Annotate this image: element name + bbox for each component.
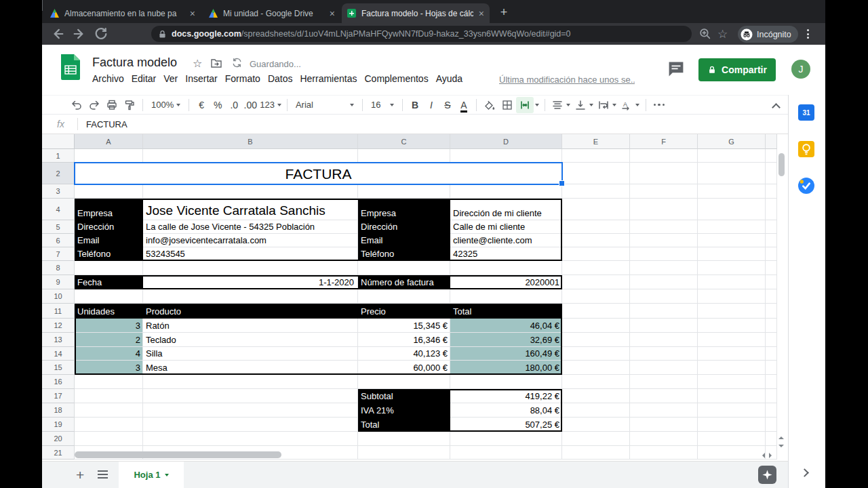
cell-subtotal-value[interactable]: 419,22 €	[450, 389, 562, 403]
cell-client-name[interactable]: Dirección de mi cliente	[450, 199, 561, 220]
google-calendar-icon[interactable]: 31	[798, 104, 814, 121]
cell-product-2[interactable]: Teclado	[143, 333, 358, 347]
increase-decimal-icon[interactable]: .00	[242, 100, 258, 110]
menu-item[interactable]: Ayuda	[436, 73, 462, 84]
cell-client-phone[interactable]: 42325	[450, 247, 561, 261]
row-header-6[interactable]: 6	[42, 234, 75, 247]
cell-units-3[interactable]: 4	[75, 347, 143, 361]
cell-units-2[interactable]: 2	[75, 333, 143, 347]
cell-subtotal-label[interactable]: Subtotal	[358, 389, 450, 403]
cell-date-value[interactable]: 1-1-2020	[143, 275, 357, 289]
cell-units-1[interactable]: 3	[75, 319, 143, 333]
row-header-9[interactable]: 9	[42, 275, 75, 289]
cell-client-address[interactable]: Calle de mi cliente	[450, 220, 561, 234]
row-header-4[interactable]: 4	[42, 199, 75, 220]
back-icon[interactable]	[50, 26, 65, 41]
print-icon[interactable]	[103, 97, 121, 113]
cell-iva-value[interactable]: 88,04 €	[450, 403, 562, 418]
row-header-12[interactable]: 12	[42, 319, 75, 333]
paint-format-icon[interactable]	[121, 97, 138, 113]
expand-panel-icon[interactable]	[802, 466, 808, 479]
column-header-D[interactable]: D	[450, 134, 562, 149]
cell-total-label[interactable]: Total	[358, 418, 450, 432]
browser-menu-icon[interactable]	[807, 29, 822, 44]
italic-icon[interactable]: I	[423, 100, 439, 110]
cell-invoice-label[interactable]: Número de factura	[358, 275, 450, 289]
new-tab-button[interactable]: +	[495, 4, 513, 20]
column-header-F[interactable]: F	[630, 134, 698, 149]
fill-color-icon[interactable]	[481, 97, 498, 113]
horizontal-align-icon[interactable]	[549, 99, 572, 111]
row-header-21[interactable]: 21	[42, 446, 75, 460]
cell-price-2[interactable]: 16,346 €	[358, 333, 450, 347]
last-modified-link[interactable]: Última modificación hace unos se...	[499, 75, 635, 85]
bold-icon[interactable]: B	[407, 100, 423, 110]
row-header-3[interactable]: 3	[42, 184, 75, 199]
select-all-corner[interactable]	[42, 134, 75, 149]
formula-bar[interactable]: fx FACTURA	[42, 114, 788, 134]
explore-icon[interactable]	[758, 466, 776, 484]
merge-cells-icon[interactable]	[516, 97, 534, 113]
menu-item[interactable]: Ver	[163, 73, 178, 84]
cell-client-label-email[interactable]: Email	[358, 234, 450, 247]
google-tasks-icon[interactable]	[798, 178, 814, 194]
font-select[interactable]: Arial	[292, 100, 358, 110]
cell-header-precio[interactable]: Precio	[358, 304, 450, 319]
tab-close-icon[interactable]: ×	[330, 8, 335, 19]
row-header-8[interactable]: 8	[42, 261, 75, 275]
merge-options-caret[interactable]	[534, 101, 540, 108]
sheet-tab-hoja1[interactable]: Hoja 1	[119, 462, 184, 488]
tab-close-icon[interactable]: ×	[479, 8, 484, 19]
scroll-right-icon[interactable]	[769, 453, 774, 458]
formula-value[interactable]: FACTURA	[86, 119, 127, 129]
sheet-tab-menu-icon[interactable]	[165, 474, 169, 479]
cell-client-email[interactable]: cliente@cliente.com	[450, 234, 561, 247]
cell-product-1[interactable]: Ratón	[143, 319, 358, 333]
cell-price-3[interactable]: 40,123 €	[358, 347, 450, 361]
sheets-logo-icon[interactable]	[60, 53, 81, 81]
star-document-icon[interactable]: ☆	[193, 57, 202, 70]
cell-iva-label[interactable]: IVA 21%	[358, 403, 450, 418]
cell-header-producto[interactable]: Producto	[143, 304, 358, 319]
column-header-G[interactable]: G	[698, 134, 766, 149]
zoom-select[interactable]: 100%	[147, 100, 184, 110]
vertical-align-icon[interactable]	[572, 99, 595, 111]
menu-item[interactable]: Herramientas	[300, 73, 357, 84]
reload-icon[interactable]	[94, 26, 108, 41]
vertical-scrollbar[interactable]	[778, 153, 785, 176]
row-header-1[interactable]: 1	[42, 149, 75, 163]
bookmark-star-icon[interactable]: ☆	[717, 27, 732, 42]
row-header-13[interactable]: 13	[42, 333, 75, 347]
cell-total-1[interactable]: 46,04 €	[450, 319, 562, 333]
format-currency-icon[interactable]: €	[193, 100, 210, 110]
document-title[interactable]: Factura modelo	[92, 56, 177, 70]
menu-item[interactable]: Formato	[225, 73, 260, 84]
cell-units-4[interactable]: 3	[75, 361, 143, 375]
cell-supplier-label-direccion[interactable]: Dirección	[75, 220, 143, 234]
cell-price-4[interactable]: 60,000 €	[358, 361, 450, 375]
row-header-11[interactable]: 11	[42, 304, 75, 319]
cell-supplier-label-telefono[interactable]: Teléfono	[75, 247, 143, 261]
menu-item[interactable]: Complementos	[364, 73, 428, 84]
text-wrap-icon[interactable]	[595, 99, 618, 111]
row-header-18[interactable]: 18	[42, 403, 75, 418]
tab-close-icon[interactable]: ×	[190, 8, 195, 19]
row-header-5[interactable]: 5	[42, 220, 75, 234]
undo-icon[interactable]	[68, 97, 85, 113]
cell-header-unidades[interactable]: Unidades	[75, 304, 143, 319]
menu-item[interactable]: Datos	[268, 73, 293, 84]
cell-date-label[interactable]: Fecha	[75, 275, 143, 289]
format-percent-icon[interactable]: %	[210, 100, 226, 110]
row-header-20[interactable]: 20	[42, 432, 75, 446]
cell-invoice-value[interactable]: 2020001	[450, 275, 562, 289]
cell-total-4[interactable]: 180,00 €	[450, 361, 562, 375]
font-size-select[interactable]: 16	[367, 100, 398, 110]
menu-item[interactable]: Editar	[132, 73, 157, 84]
cell-supplier-email[interactable]: info@josevicentecarratala.com	[143, 234, 357, 247]
google-keep-icon[interactable]	[798, 141, 814, 157]
scroll-left-icon[interactable]	[760, 453, 765, 458]
row-header-2[interactable]: 2	[42, 163, 75, 184]
cell-client-label-empresa[interactable]: Empresa	[358, 199, 450, 220]
row-header-17[interactable]: 17	[42, 389, 75, 403]
cell-price-1[interactable]: 15,345 €	[358, 319, 450, 333]
